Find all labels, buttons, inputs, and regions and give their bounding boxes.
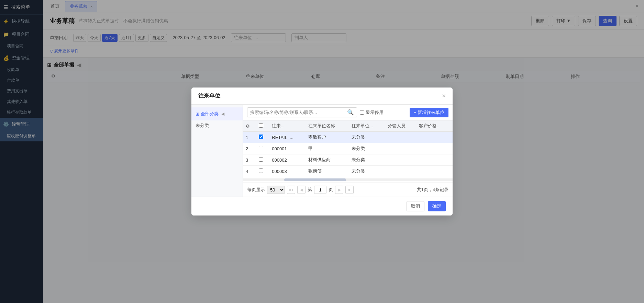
row-code: 000002 bbox=[269, 154, 305, 166]
row-category: 未分类 bbox=[349, 154, 385, 166]
add-partner-button[interactable]: + 新增往来单位 bbox=[410, 108, 448, 117]
partner-table-scroll[interactable]: ⚙ 往来... 往来单位名称 往来单位... 分管人员 客户价格... 1 bbox=[243, 120, 453, 177]
table-row[interactable]: 3 000002 材料供应商 未分类 bbox=[243, 154, 453, 166]
row-checkbox[interactable] bbox=[256, 154, 269, 166]
table-head-row: ⚙ 往来... 往来单位名称 往来单位... 分管人员 客户价格... bbox=[243, 120, 453, 132]
th-settings[interactable]: ⚙ bbox=[243, 120, 256, 132]
show-disabled-label[interactable]: 显示停用 bbox=[360, 109, 384, 116]
th-category: 往来单位... bbox=[349, 120, 385, 132]
confirm-button[interactable]: 确定 bbox=[428, 201, 446, 211]
page-last-btn[interactable]: ⏭ bbox=[345, 186, 354, 194]
table-row[interactable]: 2 000001 甲 未分类 bbox=[243, 143, 453, 154]
row-num: 1 bbox=[243, 132, 256, 143]
select-all-checkbox[interactable] bbox=[259, 123, 263, 128]
left-panel-unclassified[interactable]: 未分类 bbox=[191, 120, 243, 131]
page-input[interactable] bbox=[314, 186, 326, 194]
scroll-thumb[interactable] bbox=[284, 178, 346, 181]
modal-header: 往来单位 × bbox=[191, 88, 453, 105]
table-row[interactable]: 1 RETAIL_... 零散客户 未分类 bbox=[243, 132, 453, 143]
row-sales bbox=[385, 143, 416, 154]
search-icon: 🔍 bbox=[347, 109, 354, 116]
th-code: 往来... bbox=[269, 120, 305, 132]
th-name: 往来单位名称 bbox=[306, 120, 349, 132]
modal-body: ⊞ 全部分类 ◀ 未分类 🔍 显示停用 bbox=[191, 105, 453, 197]
page-prev-btn[interactable]: ◀ bbox=[297, 186, 306, 194]
search-wrap: 🔍 bbox=[247, 107, 357, 117]
th-checkbox[interactable] bbox=[256, 120, 269, 132]
total-info: 共1页，4条记录 bbox=[417, 187, 448, 193]
show-disabled-checkbox[interactable] bbox=[360, 110, 364, 115]
modal-toolbar: 🔍 显示停用 + 新增往来单位 bbox=[243, 105, 453, 120]
row-name: 张俩傅 bbox=[306, 166, 349, 177]
row-name: 零散客户 bbox=[306, 132, 349, 143]
modal-footer: 取消 确定 bbox=[191, 197, 453, 215]
row-checkbox[interactable] bbox=[256, 143, 269, 154]
left-panel-all-category[interactable]: ⊞ 全部分类 ◀ bbox=[191, 107, 243, 120]
row-num: 4 bbox=[243, 166, 256, 177]
left-panel-collapse-btn[interactable]: ◀ bbox=[220, 109, 226, 118]
row-category: 未分类 bbox=[349, 143, 385, 154]
row-code: RETAIL_... bbox=[269, 132, 305, 143]
grid-icon-small: ⊞ bbox=[196, 112, 199, 117]
row-sales bbox=[385, 154, 416, 166]
page-first-btn[interactable]: ⏮ bbox=[287, 186, 295, 194]
all-category-label: 全部分类 bbox=[201, 111, 219, 117]
th-price: 客户价格... bbox=[416, 120, 453, 132]
row-name: 材料供应商 bbox=[306, 154, 349, 166]
table-row[interactable]: 4 000003 张俩傅 未分类 bbox=[243, 166, 453, 177]
row-checkbox[interactable] bbox=[256, 166, 269, 177]
page-size-label: 每页显示 bbox=[247, 187, 265, 193]
row-price bbox=[416, 166, 453, 177]
row-price bbox=[416, 154, 453, 166]
cancel-button[interactable]: 取消 bbox=[407, 201, 424, 211]
row-sales bbox=[385, 166, 416, 177]
partner-search-input[interactable] bbox=[250, 110, 345, 115]
row-code: 000003 bbox=[269, 166, 305, 177]
row-num: 3 bbox=[243, 154, 256, 166]
page-next-btn[interactable]: ▶ bbox=[335, 186, 343, 194]
modal-pagination: 每页显示 50 10 20 100 ⏮ ◀ 第 页 ▶ ⏭ 共1页，4条记录 bbox=[243, 183, 453, 197]
left-panel: ⊞ 全部分类 ◀ 未分类 bbox=[191, 105, 243, 197]
partner-modal: 往来单位 × ⊞ 全部分类 ◀ 未分类 bbox=[191, 88, 453, 215]
horizontal-scrollbar[interactable] bbox=[243, 178, 453, 181]
modal-close-button[interactable]: × bbox=[442, 92, 446, 100]
row-category: 未分类 bbox=[349, 132, 385, 143]
row-name: 甲 bbox=[306, 143, 349, 154]
row-num: 2 bbox=[243, 143, 256, 154]
modal-overlay: 往来单位 × ⊞ 全部分类 ◀ 未分类 bbox=[0, 0, 644, 303]
right-panel: 🔍 显示停用 + 新增往来单位 ⚙ bbox=[243, 105, 453, 197]
page-size-select[interactable]: 50 10 20 100 bbox=[267, 186, 285, 194]
row-price bbox=[416, 132, 453, 143]
row-price bbox=[416, 143, 453, 154]
row-category: 未分类 bbox=[349, 166, 385, 177]
page-num-label: 第 bbox=[308, 187, 312, 193]
page-unit: 页 bbox=[329, 187, 333, 193]
row-checkbox[interactable] bbox=[256, 132, 269, 143]
th-sales: 分管人员 bbox=[385, 120, 416, 132]
row-code: 000001 bbox=[269, 143, 305, 154]
partner-table: ⚙ 往来... 往来单位名称 往来单位... 分管人员 客户价格... 1 bbox=[243, 120, 453, 177]
row-sales bbox=[385, 132, 416, 143]
modal-title: 往来单位 bbox=[198, 92, 220, 100]
